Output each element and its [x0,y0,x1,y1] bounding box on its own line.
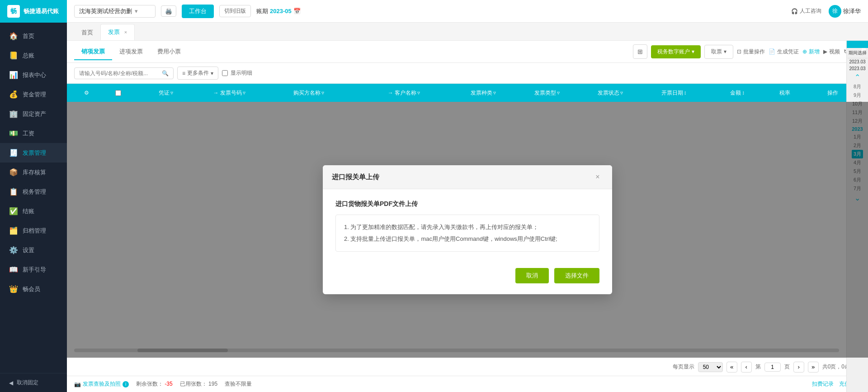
member-icon: 👑 [9,285,18,293]
cancel-ticket-button[interactable]: 取票 ▾ [704,45,733,59]
page-label: 第 [755,363,761,371]
dropdown-icon: ▾ [692,48,694,55]
video-button[interactable]: ▶ 视频 [823,48,840,56]
content-wrapper: 销项发票 进项发票 费用小票 ⊞ 税务数字账户 ▾ [67,41,868,392]
first-page-button[interactable]: « [726,362,737,373]
tax-account-button[interactable]: 税务数字账户 ▾ [651,45,701,58]
sidebar-item-guide[interactable]: 📖 新手引导 [0,260,67,279]
used-count: 已用张数： 195 [180,380,217,388]
statusbar: 📷 发票查验及拍照 i 剩余张数： -35 已用张数： 195 查验不限量 扣费… [67,376,868,392]
sidebar-item-label: 固定资产 [23,110,46,118]
last-page-button[interactable]: » [808,362,819,373]
purchase-record-link[interactable]: 扣费记录 [812,380,834,388]
home-icon: 🏠 [9,32,18,40]
inventory-icon: 📦 [9,168,18,177]
invoice-check-label[interactable]: 📷 发票查验及拍照 i [74,380,129,388]
sidebar-logo: 畅 畅捷通易代账 [0,0,67,23]
sidebar-item-settings[interactable]: ⚙️ 设置 [0,240,67,260]
sidebar-item-home[interactable]: 🏠 首页 [0,26,67,46]
batch-icon: ⊡ [737,48,741,55]
sidebar-item-funds[interactable]: 💰 资金管理 [0,85,67,104]
help-button[interactable]: 🎧 人工咨询 [791,7,821,15]
next-page-button[interactable]: › [793,362,804,373]
show-detail-checkbox[interactable] [222,70,228,76]
sidebar-item-member[interactable]: 👑 畅会员 [0,279,67,299]
sidebar-item-invoices[interactable]: 🧾 发票管理 [0,143,67,163]
sidebar-unpin-button[interactable]: ◀ 取消固定 [0,373,67,392]
company-selector[interactable]: 沈海英测试经营勿删 ▾ [74,5,156,18]
info-icon: i [123,381,129,387]
workbench-button[interactable]: 工作台 [182,5,214,18]
filter-icon: ▿ [170,90,173,96]
pagination: 每页显示 50 100 « ‹ 第 页 › » 共0页，0条记录 [67,358,868,376]
invoices-icon: 🧾 [9,148,18,157]
new-invoice-button[interactable]: ⊕ 新增 [802,48,820,56]
select-all-checkbox[interactable] [115,90,121,96]
filter-icon: ▿ [620,90,623,96]
generate-voucher-button[interactable]: 📄 生成凭证 [769,48,799,56]
logo-text: 畅捷通易代账 [24,7,59,15]
sidebar-item-reports[interactable]: 📊 报表中心 [0,65,67,85]
page-size-select[interactable]: 50 100 [698,362,723,372]
calendar-icon[interactable]: 📅 [293,8,301,14]
sidebar: 畅 畅捷通易代账 🏠 首页 📒 总账 📊 报表中心 💰 资金管理 🏢 固定资产 … [0,0,67,392]
sidebar-item-archive[interactable]: 🗂️ 归档管理 [0,221,67,240]
scroll-up-icon[interactable]: ⌃ [854,72,861,82]
more-filter-button[interactable]: ≡ 更多条件 ▾ [177,67,218,80]
funds-icon: 💰 [9,90,18,99]
sidebar-item-salary[interactable]: 💵 工资 [0,124,67,143]
table-header: ⚙ 凭证 ▿ → 发票号码 ▿ 购买方名称 ▿ → 客户名 [67,84,868,102]
sidebar-item-ledger[interactable]: 📒 总账 [0,46,67,65]
plus-icon: ⊕ [802,48,807,55]
old-version-button[interactable]: 切到旧版 [219,5,251,17]
archive-icon: 🗂️ [9,226,18,235]
prev-page-button[interactable]: ‹ [741,362,752,373]
tab-purchase-invoice[interactable]: 进项发票 [112,44,150,60]
period-month-8[interactable]: 8月 [853,82,862,91]
open-period-button[interactable]: 开票日期 [847,41,868,48]
user-menu[interactable]: 徐 徐泽华 [829,5,861,18]
grid-view-button[interactable]: ⊞ [633,44,647,59]
period-month-2023-03a[interactable]: 2023.03 [848,58,866,65]
filter-icon: ▿ [417,90,420,96]
sidebar-bottom-label: 取消固定 [17,379,38,387]
search-input[interactable] [79,70,159,76]
modal-close-button[interactable]: × [592,172,603,182]
print-button[interactable]: 🖨️ [161,5,176,17]
sidebar-item-label: 资金管理 [23,91,46,99]
th-customer-name: → 客户名称 ▿ [356,89,452,97]
batch-button[interactable]: ⊡ 批量操作 [737,48,765,56]
sidebar-item-label: 结账 [23,207,34,215]
sidebar-item-label: 设置 [23,246,34,254]
page-number-input[interactable] [764,363,781,372]
th-issue-date: 开票日期 ↕ [642,89,705,97]
import-customs-modal: 进口报关单上传 × 进口货物报关单PDF文件上传 1. 为了更加精准的数据匹配，… [323,165,612,294]
avatar: 徐 [829,5,841,18]
sidebar-item-assets[interactable]: 🏢 固定资产 [0,104,67,124]
tab-invoice[interactable]: 发票 × [100,24,135,40]
sidebar-item-label: 报表中心 [23,71,46,79]
dropdown-icon: ▾ [724,48,726,55]
tab-close-icon[interactable]: × [124,29,127,35]
period-select-label: 期间选择 [848,48,868,58]
sort-icon: ↕ [684,90,687,96]
page-size-label: 每页显示 [673,363,694,371]
sidebar-item-inventory[interactable]: 📦 库存核算 [0,163,67,182]
filter-icon: ▿ [557,90,560,96]
sidebar-item-checkout[interactable]: ✅ 结账 [0,201,67,221]
tab-home[interactable]: 首页 [74,25,100,40]
filter-icon: ▿ [321,90,324,96]
tab-sales-invoice[interactable]: 销项发票 [74,44,112,60]
company-name: 沈海英测试经营勿删 [79,7,132,15]
modal-cancel-button[interactable]: 取消 [515,268,549,283]
video-icon: ▶ [823,48,827,55]
period-month-2023-03b[interactable]: 2023.03 [848,65,866,72]
show-detail-label[interactable]: 显示明细 [222,69,252,77]
th-invoice-status: 发票状态 ▿ [579,89,642,97]
sidebar-item-tax[interactable]: 📋 税务管理 [0,182,67,201]
modal-select-file-button[interactable]: 选择文件 [554,268,599,283]
tab-expense-receipt[interactable]: 费用小票 [150,44,188,60]
tax-icon: 📋 [9,187,18,196]
period-month-9[interactable]: 9月 [853,91,862,100]
filter-icon: ▿ [493,90,496,96]
